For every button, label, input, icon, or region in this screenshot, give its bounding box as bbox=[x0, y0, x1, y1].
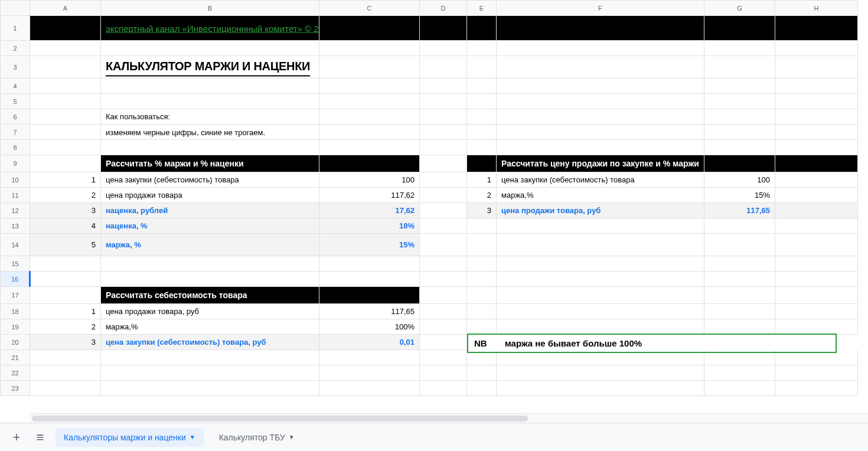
cell[interactable]: NB маржа не бывает больше 100% bbox=[467, 335, 497, 350]
row-header[interactable]: 18 bbox=[1, 304, 30, 319]
cell[interactable] bbox=[775, 94, 857, 109]
cell[interactable] bbox=[497, 256, 704, 272]
cell[interactable] bbox=[319, 109, 420, 125]
cell[interactable] bbox=[497, 56, 704, 79]
cell[interactable]: экспертный канал «Инвестиционнный комите… bbox=[101, 16, 319, 41]
row-header[interactable]: 10 bbox=[1, 172, 30, 188]
cell[interactable] bbox=[30, 287, 101, 304]
cell[interactable] bbox=[467, 41, 497, 56]
cell[interactable] bbox=[319, 287, 420, 304]
cell[interactable]: маржа,% bbox=[101, 319, 319, 335]
cell[interactable]: 117,65 bbox=[704, 203, 775, 218]
cell[interactable]: маржа,% bbox=[497, 188, 704, 203]
cell[interactable] bbox=[704, 319, 775, 335]
cell[interactable] bbox=[704, 304, 775, 319]
cell[interactable]: Как пользоваться: bbox=[101, 109, 319, 125]
row-header[interactable]: 13 bbox=[1, 218, 30, 234]
cell[interactable]: цена продажи товара, руб bbox=[101, 304, 319, 319]
row-header[interactable]: 21 bbox=[1, 350, 30, 365]
row-header[interactable]: 11 bbox=[1, 188, 30, 203]
cell[interactable] bbox=[704, 256, 775, 272]
cell[interactable] bbox=[467, 272, 497, 287]
cell[interactable]: 18% bbox=[319, 218, 420, 234]
cell[interactable] bbox=[467, 94, 497, 109]
cell[interactable]: КАЛЬКУЛЯТОР МАРЖИ И НАЦЕНКИ bbox=[101, 56, 319, 79]
cell[interactable] bbox=[420, 272, 467, 287]
row-header[interactable]: 16 bbox=[1, 272, 30, 287]
cell[interactable] bbox=[420, 335, 467, 350]
cell[interactable] bbox=[420, 319, 467, 335]
cell[interactable]: 4 bbox=[30, 218, 101, 234]
cell[interactable] bbox=[467, 16, 497, 41]
cell[interactable] bbox=[497, 272, 704, 287]
row-header[interactable]: 12 bbox=[1, 203, 30, 218]
channel-link[interactable]: экспертный канал «Инвестиционнный комите… bbox=[106, 23, 319, 33]
column-header[interactable]: F bbox=[497, 1, 704, 16]
sheet-tab-other[interactable]: Калькулятор ТБУ ▼ bbox=[211, 428, 303, 447]
cell[interactable] bbox=[420, 109, 467, 125]
cell[interactable]: 15% bbox=[319, 234, 420, 256]
cell[interactable] bbox=[467, 319, 497, 335]
cell[interactable] bbox=[101, 365, 319, 381]
cell[interactable] bbox=[30, 350, 101, 365]
cell[interactable]: 117,62 bbox=[319, 188, 420, 203]
cell[interactable] bbox=[775, 203, 857, 218]
cell[interactable] bbox=[319, 155, 420, 172]
cell[interactable] bbox=[467, 256, 497, 272]
cell[interactable] bbox=[704, 140, 775, 155]
cell[interactable] bbox=[497, 319, 704, 335]
cell[interactable] bbox=[775, 256, 857, 272]
cell[interactable] bbox=[101, 94, 319, 109]
cell[interactable]: цена закупки (себестоимость) товара bbox=[101, 172, 319, 188]
row-header[interactable]: 6 bbox=[1, 109, 30, 125]
cell[interactable] bbox=[497, 304, 704, 319]
column-header[interactable]: C bbox=[319, 1, 420, 16]
cell[interactable] bbox=[319, 94, 420, 109]
row-header[interactable]: 22 bbox=[1, 365, 30, 381]
cell[interactable]: 100 bbox=[319, 172, 420, 188]
cell[interactable] bbox=[704, 16, 775, 41]
row-header[interactable]: 19 bbox=[1, 319, 30, 335]
cell[interactable] bbox=[420, 350, 467, 365]
chevron-down-icon[interactable]: ▼ bbox=[190, 434, 195, 440]
row-header[interactable]: 8 bbox=[1, 140, 30, 155]
cell[interactable] bbox=[775, 188, 857, 203]
cell[interactable] bbox=[420, 381, 467, 396]
cell[interactable] bbox=[467, 365, 497, 381]
cell[interactable] bbox=[30, 41, 101, 56]
cell[interactable] bbox=[101, 381, 319, 396]
cell[interactable] bbox=[704, 234, 775, 256]
cell[interactable] bbox=[420, 304, 467, 319]
cell[interactable] bbox=[497, 79, 704, 94]
column-header[interactable]: A bbox=[30, 1, 101, 16]
cell[interactable] bbox=[775, 41, 857, 56]
row-header[interactable]: 20 bbox=[1, 335, 30, 350]
cell[interactable] bbox=[467, 287, 497, 304]
cell[interactable] bbox=[704, 41, 775, 56]
cell[interactable] bbox=[101, 256, 319, 272]
cell[interactable]: Рассчитать себестоимость товара bbox=[101, 287, 319, 304]
cell[interactable] bbox=[319, 56, 420, 79]
cell[interactable] bbox=[775, 125, 857, 140]
cell[interactable]: 1 bbox=[467, 172, 497, 188]
cell[interactable]: 1 bbox=[30, 172, 101, 188]
cell[interactable] bbox=[30, 256, 101, 272]
cell[interactable] bbox=[319, 256, 420, 272]
cell[interactable] bbox=[319, 272, 420, 287]
row-header[interactable]: 4 bbox=[1, 79, 30, 94]
horizontal-scrollbar-thumb[interactable] bbox=[32, 416, 528, 421]
cell[interactable]: 3 bbox=[467, 203, 497, 218]
cell[interactable] bbox=[497, 381, 704, 396]
horizontal-scrollbar[interactable] bbox=[30, 413, 868, 423]
cell[interactable] bbox=[420, 94, 467, 109]
cell[interactable] bbox=[319, 365, 420, 381]
row-header[interactable]: 5 bbox=[1, 94, 30, 109]
cell[interactable] bbox=[467, 109, 497, 125]
cell[interactable]: цена закупки (себестоимость) товара bbox=[497, 172, 704, 188]
row-header[interactable]: 3 bbox=[1, 56, 30, 79]
cell[interactable] bbox=[467, 56, 497, 79]
cell[interactable] bbox=[775, 79, 857, 94]
cell[interactable] bbox=[775, 365, 857, 381]
cell[interactable]: наценка, % bbox=[101, 218, 319, 234]
cell[interactable] bbox=[30, 109, 101, 125]
